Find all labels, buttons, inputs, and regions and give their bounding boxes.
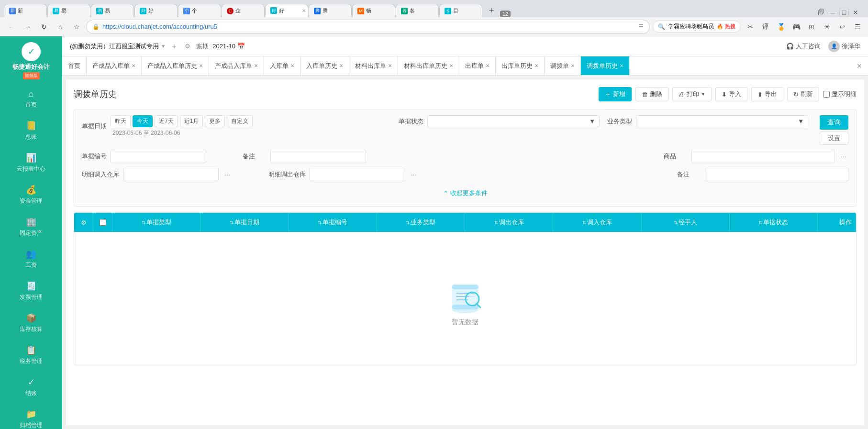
export-button[interactable]: ⬆ 导出 xyxy=(751,87,783,101)
nav-tab-close-5[interactable]: ✕ xyxy=(339,63,343,68)
user-profile-button[interactable]: 👤 徐泽华 xyxy=(828,41,860,52)
scissors-icon[interactable]: ✂ xyxy=(745,21,756,33)
sidebar-item-ledger[interactable]: 📒 总账 xyxy=(0,115,62,147)
maximize-button[interactable]: □ xyxy=(839,8,849,17)
service-button[interactable]: 🎧 人工咨询 xyxy=(786,42,821,51)
translate-icon[interactable]: 译 xyxy=(760,21,771,33)
sidebar-item-home[interactable]: ⌂ 首页 xyxy=(0,83,62,115)
date-btn-1month[interactable]: 近1月 xyxy=(180,115,203,127)
nav-tab-home[interactable]: 首页 xyxy=(62,56,87,75)
browser-tab-3[interactable]: 易 易 xyxy=(91,4,134,17)
nav-tab-transfer[interactable]: 调拨单 ✕ xyxy=(545,56,581,75)
th-order-status[interactable]: ⇅ 单据状态 xyxy=(730,213,818,232)
nav-tab-material-out-history[interactable]: 材料出库单历史 ✕ xyxy=(398,56,459,75)
nav-tab-close-3[interactable]: ✕ xyxy=(254,63,258,68)
nav-tab-close-7[interactable]: ✕ xyxy=(449,63,453,68)
sidebar-item-inventory[interactable]: 📦 库存核算 xyxy=(0,307,62,339)
delete-button[interactable]: 🗑 删除 xyxy=(635,87,668,101)
date-btn-more[interactable]: 更多 xyxy=(205,115,225,127)
sun-icon[interactable]: ☀ xyxy=(821,21,833,33)
sidebar-item-capital[interactable]: 💰 资金管理 xyxy=(0,179,62,211)
minimize-button[interactable]: — xyxy=(828,8,837,17)
browser-tab-9[interactable]: M 畅 xyxy=(352,4,395,17)
nav-tab-close-6[interactable]: ✕ xyxy=(388,63,392,68)
nav-tab-out-history[interactable]: 出库单历史 ✕ xyxy=(496,56,545,75)
restore-button[interactable]: 🗐 xyxy=(816,8,826,17)
nav-tab-in-order[interactable]: 入库单 ✕ xyxy=(264,56,300,75)
nav-tab-close-9[interactable]: ✕ xyxy=(534,63,538,68)
sidebar-item-close[interactable]: ✓ 结账 xyxy=(0,371,62,403)
browser-tab-11[interactable]: S 目 xyxy=(439,4,482,17)
browser-tab-7[interactable]: 好 好 ✕ xyxy=(265,4,308,17)
nav-tab-product-in[interactable]: 产成品入库单 ✕ xyxy=(87,56,142,75)
date-btn-today[interactable]: 今天 xyxy=(133,115,153,127)
sidebar-item-tax[interactable]: 📋 税务管理 xyxy=(0,339,62,371)
new-button[interactable]: ＋ 新增 xyxy=(599,87,632,101)
tab-close-7[interactable]: ✕ xyxy=(302,8,306,13)
nav-tab-product-in-history[interactable]: 产成品入库单历史 ✕ xyxy=(142,56,209,75)
refresh-button[interactable]: ↻ 刷新 xyxy=(787,87,819,101)
nav-tab-in-history[interactable]: 入库单历史 ✕ xyxy=(300,56,349,75)
import-button[interactable]: ⬇ 导入 xyxy=(715,87,747,101)
browser-tab-2[interactable]: 易 易 xyxy=(47,4,90,17)
browser-tab-5[interactable]: 个 个 xyxy=(178,4,221,17)
browser-tab-8[interactable]: 腾 腾 xyxy=(309,4,352,17)
new-tab-button[interactable]: + xyxy=(485,4,498,17)
th-checkbox[interactable] xyxy=(93,213,112,232)
date-btn-7days[interactable]: 近7天 xyxy=(155,115,178,127)
menu-icon[interactable]: ☰ xyxy=(852,21,863,33)
th-business-type[interactable]: ⇅ 业务类型 xyxy=(377,213,465,232)
detail-out-input[interactable] xyxy=(310,168,405,181)
sidebar-item-archive[interactable]: 📁 归档管理 xyxy=(0,403,62,429)
grid-icon[interactable]: ⊞ xyxy=(806,21,817,33)
sidebar-item-payroll[interactable]: 👥 工资 xyxy=(0,243,62,275)
th-order-no[interactable]: ⇅ 单据编号 xyxy=(289,213,377,232)
reload-button[interactable]: ↻ xyxy=(37,20,51,33)
reward-icon[interactable]: 🏅 xyxy=(775,21,787,33)
th-transfer-out[interactable]: ⇅ 调出仓库 xyxy=(465,213,553,232)
detail-in-input[interactable] xyxy=(123,168,219,181)
nav-tab-material-out[interactable]: 材料出库单 ✕ xyxy=(349,56,398,75)
remark2-input[interactable] xyxy=(705,168,848,181)
date-btn-yesterday[interactable]: 昨天 xyxy=(111,115,131,127)
home-button[interactable]: ⌂ xyxy=(54,20,67,33)
th-order-date[interactable]: ⇅ 单据日期 xyxy=(200,213,289,232)
nav-tab-transfer-history[interactable]: 调拨单历史 ✕ xyxy=(581,56,630,75)
browser-search-box[interactable]: 🔍 学霸应聘场驱鸟员 🔥 热搜 xyxy=(653,21,741,33)
address-bar[interactable]: 🔒 https://cloud.chanjet.com/accounting/u… xyxy=(86,20,650,34)
status-dropdown[interactable]: ▼ xyxy=(427,115,600,127)
sidebar-item-reports[interactable]: 📊 云报表中心 xyxy=(0,147,62,179)
sidebar-logo[interactable]: ✓ 畅捷通好会计 旗舰版 xyxy=(0,36,62,83)
bookmark-button[interactable]: ☆ xyxy=(70,20,83,33)
th-settings[interactable]: ⚙ xyxy=(74,213,93,232)
nav-tab-close-4[interactable]: ✕ xyxy=(290,63,294,68)
setup-button[interactable]: 设置 xyxy=(820,132,848,145)
nav-tab-close-1[interactable]: ✕ xyxy=(132,63,135,68)
remark-input[interactable] xyxy=(270,150,366,163)
close-window-button[interactable]: ✕ xyxy=(851,8,860,17)
forward-button[interactable]: → xyxy=(21,20,34,33)
nav-tab-out-order[interactable]: 出库单 ✕ xyxy=(459,56,496,75)
company-selector[interactable]: (勿删勿禁用）江西服宝测试专用 ▼ xyxy=(70,42,166,51)
nav-tab-close-10[interactable]: ✕ xyxy=(571,63,575,68)
browser-tab-6[interactable]: C 企 xyxy=(222,4,265,17)
browser-tab-1[interactable]: 新 新 xyxy=(4,4,47,17)
sidebar-item-invoice[interactable]: 🧾 发票管理 xyxy=(0,275,62,307)
back-button[interactable]: ← xyxy=(5,20,18,33)
nav-tab-close-8[interactable]: ✕ xyxy=(486,63,490,68)
game-icon[interactable]: 🎮 xyxy=(790,21,802,33)
th-handler[interactable]: ⇅ 经手人 xyxy=(642,213,730,232)
th-order-type[interactable]: ⇅ 单据类型 xyxy=(112,213,200,232)
browser-tab-4[interactable]: 好 好 xyxy=(134,4,178,17)
add-company-button[interactable]: + xyxy=(169,42,179,51)
date-btn-custom[interactable]: 自定义 xyxy=(227,115,253,127)
detail-out-select-button[interactable]: ··· xyxy=(409,171,419,178)
undo-icon[interactable]: ↩ xyxy=(836,21,848,33)
business-type-dropdown[interactable]: ▼ xyxy=(636,115,808,127)
company-settings-button[interactable]: ⚙ xyxy=(183,42,192,51)
detail-in-select-button[interactable]: ··· xyxy=(223,171,232,178)
query-button[interactable]: 查询 xyxy=(820,115,848,130)
close-all-tabs-button[interactable]: ✕ xyxy=(851,62,868,70)
select-all-checkbox[interactable] xyxy=(100,219,106,226)
collapse-filter-button[interactable]: ⌃ 收起更多条件 xyxy=(82,186,848,200)
